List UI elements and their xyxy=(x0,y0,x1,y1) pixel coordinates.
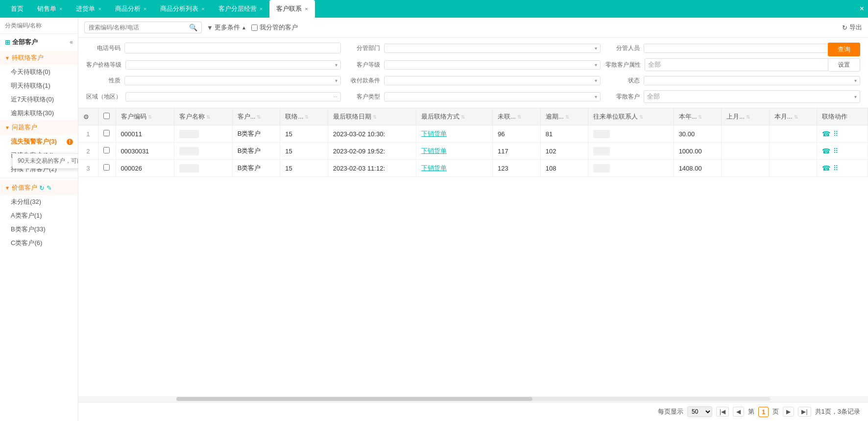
filter-region: 区域（地区） ··· xyxy=(86,90,341,103)
sidebar-item-class-c[interactable]: C类客户(6) xyxy=(0,236,78,250)
status-select[interactable]: ▾ xyxy=(644,76,860,85)
close-icon[interactable]: × xyxy=(260,6,263,12)
col-not-contacted: 未联... ⇅ xyxy=(493,108,541,125)
more-actions-icon[interactable]: ⠿ xyxy=(833,147,838,155)
more-icon[interactable]: ··· xyxy=(334,94,338,99)
row-code: 00030031 xyxy=(116,143,174,160)
row-num: 3 xyxy=(78,160,98,177)
row-checkbox[interactable] xyxy=(103,130,110,136)
col-settings[interactable]: ⚙ xyxy=(78,108,98,125)
row-checkbox-cell[interactable] xyxy=(98,160,116,177)
horizontal-scrollbar[interactable] xyxy=(78,396,868,402)
close-icon[interactable]: × xyxy=(59,6,62,12)
cust-type-select[interactable]: ▾ xyxy=(384,92,601,101)
row-not-contacted: 123 xyxy=(493,160,541,177)
nature-select[interactable]: ▾ xyxy=(124,76,341,85)
more-actions-icon[interactable]: ⠿ xyxy=(833,130,838,138)
my-customer-checkbox-wrap[interactable]: 我分管的客户 xyxy=(251,23,298,32)
filter-panel: 电话号码 分管部门 ▾ 分管人员 ··· 客户价格等级 xyxy=(78,38,868,108)
collapse-icon[interactable]: « xyxy=(70,39,73,46)
per-page-select[interactable]: 50 100 200 xyxy=(687,406,712,417)
search-icon[interactable]: 🔍 xyxy=(189,24,197,31)
row-checkbox[interactable] xyxy=(103,164,110,171)
contact-icon[interactable]: ☎ xyxy=(822,130,830,138)
close-icon[interactable]: × xyxy=(98,6,101,12)
payment-select[interactable]: ▾ xyxy=(384,76,601,85)
first-page-btn[interactable]: |◀ xyxy=(716,407,729,417)
sidebar-search-input[interactable] xyxy=(5,22,78,29)
dept-select[interactable]: ▾ xyxy=(384,44,601,53)
row-last-method[interactable]: 下销货单 xyxy=(416,160,493,177)
sidebar-item-today[interactable]: 今天待联络(0) xyxy=(0,65,78,79)
search-input[interactable] xyxy=(89,24,189,31)
sidebar-item-class-a[interactable]: A类客户(1) xyxy=(0,209,78,223)
close-icon[interactable]: × xyxy=(144,6,146,12)
settings-button[interactable]: 设置 xyxy=(828,58,860,72)
col-type: 客户... ⇅ xyxy=(232,108,280,125)
close-icon[interactable]: × xyxy=(201,6,204,12)
sidebar-item-overdue[interactable]: 逾期未联络(30) xyxy=(0,106,78,120)
sidebar-section-value[interactable]: ▼ 价值客户 ↻ ✎ xyxy=(0,180,78,195)
row-last-method[interactable]: 下销货单 xyxy=(416,125,493,143)
sidebar-item-class-b[interactable]: B类客户(33) xyxy=(0,223,78,236)
row-checkbox[interactable] xyxy=(103,147,110,153)
next-page-btn[interactable]: ▶ xyxy=(783,407,794,417)
phone-input[interactable] xyxy=(124,43,341,53)
sidebar-item-tomorrow[interactable]: 明天待联络(1) xyxy=(0,79,78,93)
per-page-label: 每页显示 xyxy=(658,407,683,416)
row-name xyxy=(174,160,232,177)
sidebar-item-7days[interactable]: 近7天待联络(0) xyxy=(0,93,78,106)
row-name xyxy=(174,125,232,143)
tab-purchase[interactable]: 进货单 × xyxy=(69,0,108,18)
chevron-up-icon: ▲ xyxy=(241,25,246,30)
search-bar: 🔍 ▼ 更多条件 ▲ 我分管的客户 ↻ 导出 xyxy=(78,18,868,38)
more-actions-icon[interactable]: ⠿ xyxy=(833,164,838,172)
price-grade-select[interactable]: ▾ xyxy=(125,60,341,70)
retail-select[interactable]: 全部 ▾ xyxy=(644,90,860,103)
prev-page-btn[interactable]: ◀ xyxy=(733,407,744,417)
my-customer-checkbox[interactable] xyxy=(251,25,258,31)
filter-dept: 分管部门 ▾ xyxy=(346,43,601,53)
tab-customer-contact[interactable]: 客户联系 × xyxy=(269,0,314,18)
sidebar-section-problem[interactable]: ▼ 问题客户 xyxy=(0,120,78,135)
col-contact: 联络... ⇅ xyxy=(280,108,328,125)
region-select[interactable]: ··· xyxy=(125,92,341,101)
row-person xyxy=(588,125,674,143)
region-label: 区域（地区） xyxy=(86,93,121,101)
refresh-icon[interactable]: ↻ xyxy=(39,184,45,192)
contact-icon[interactable]: ☎ xyxy=(822,147,830,155)
export-btn[interactable]: ↻ 导出 xyxy=(842,23,862,32)
query-button[interactable]: 查询 xyxy=(828,43,860,56)
row-last-method[interactable]: 下销货单 xyxy=(416,143,493,160)
row-code: 000026 xyxy=(116,160,174,177)
cust-grade-select[interactable]: ▾ xyxy=(384,60,601,70)
scrollbar-thumb[interactable] xyxy=(176,397,532,401)
sidebar-item-churn-warning[interactable]: 流失预警客户(3) ! xyxy=(0,135,78,149)
tab-sales[interactable]: 销售单 × xyxy=(30,0,69,18)
edit-icon[interactable]: ✎ xyxy=(47,184,52,192)
tab-goods-analysis[interactable]: 商品分析 × xyxy=(108,0,153,18)
col-checkbox[interactable] xyxy=(98,108,116,125)
row-checkbox-cell[interactable] xyxy=(98,125,116,143)
sidebar-section-pending[interactable]: ▼ 待联络客户 xyxy=(0,50,78,65)
more-filter-btn[interactable]: ▼ 更多条件 ▲ xyxy=(207,23,246,32)
close-icon[interactable]: × xyxy=(305,6,308,12)
tab-customer-tier[interactable]: 客户分层经营 × xyxy=(212,0,269,18)
close-all-icon[interactable]: × xyxy=(860,4,864,13)
select-all-checkbox[interactable] xyxy=(103,113,110,119)
tab-goods-analysis-list[interactable]: 商品分析列表 × xyxy=(153,0,211,18)
filter-payment: 收付款条件 ▾ xyxy=(346,76,601,85)
row-last-date: 2023-03-02 10:30: xyxy=(328,125,416,143)
search-bar-right: ↻ 导出 xyxy=(842,23,862,32)
page-end-label: 页 xyxy=(772,407,779,416)
contact-icon[interactable]: ☎ xyxy=(822,164,830,172)
row-checkbox-cell[interactable] xyxy=(98,143,116,160)
sidebar-all-customers[interactable]: ⊞ 全部客户 « xyxy=(0,34,78,50)
tab-home[interactable]: 首页 xyxy=(4,4,30,13)
sidebar-item-ungroup[interactable]: 未分组(32) xyxy=(0,195,78,209)
row-this-year: 30.00 xyxy=(674,125,722,143)
chevron-down-icon: ▾ xyxy=(595,46,597,51)
sidebar: 🔍 ⊞ 全部客户 « ▼ 待联络客户 今天待联络(0) 明天待联络(1) 近7天… xyxy=(0,18,78,421)
col-last-date: 最后联络日期 ⇅ xyxy=(328,108,416,125)
last-page-btn[interactable]: ▶| xyxy=(798,407,811,417)
